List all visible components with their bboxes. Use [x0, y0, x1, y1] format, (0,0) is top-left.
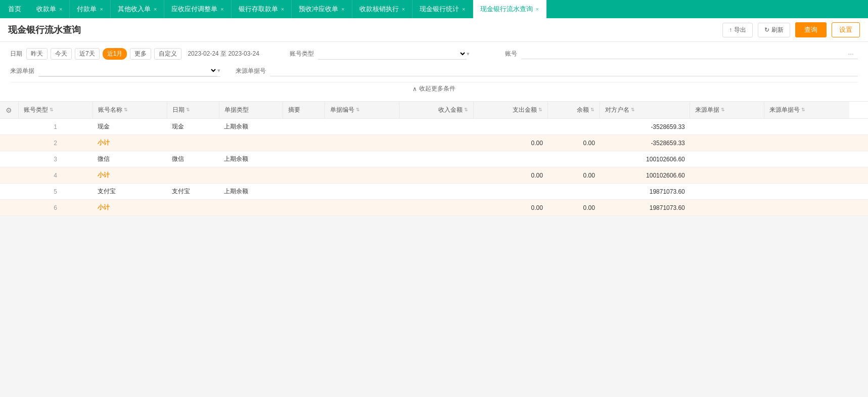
cell-income: 0.00	[474, 167, 548, 184]
nav-tab-tongji[interactable]: 现金银行统计 ×	[413, 0, 473, 18]
cell-summary	[325, 151, 399, 167]
sort-icon[interactable]: ⇅	[590, 108, 595, 112]
th-doc-no: 单据编号 ⇅	[325, 102, 399, 119]
cell-date: 上期余额	[219, 119, 283, 135]
table-row[interactable]: 3微信微信上期余额100102606.60	[0, 151, 868, 167]
sort-icon[interactable]: ⇅	[464, 108, 468, 112]
export-button[interactable]: ↑ 导出	[722, 23, 753, 37]
sort-icon[interactable]: ⇅	[538, 108, 542, 112]
nav-tab-liushui[interactable]: 现金银行流水查询 ×	[473, 0, 546, 18]
table-row[interactable]: 5支付宝支付宝上期余额19871073.60	[0, 184, 868, 200]
cell-source-doc-no	[849, 167, 868, 184]
table-row[interactable]: 6小计0.000.0019871073.60	[0, 200, 868, 216]
nav-tab-hexiao[interactable]: 收款核销执行 ×	[352, 0, 413, 18]
sort-icon[interactable]: ⇅	[631, 108, 635, 112]
nav-tab-shoukuandan[interactable]: 收款单 ×	[29, 0, 70, 18]
date-btn-more[interactable]: 更多	[130, 48, 151, 60]
nav-tab-yinhang[interactable]: 银行存取款单 ×	[232, 0, 292, 18]
filter-row-source: 来源单据 ▾ 来源单据号	[10, 65, 858, 77]
table-header-row: ⚙ 账号类型 ⇅ 账号名称 ⇅ 日期	[0, 102, 868, 119]
query-button[interactable]: 查询	[795, 22, 827, 37]
cell-doc-no	[399, 200, 474, 216]
row-number: 6	[18, 200, 93, 216]
page-title: 现金银行流水查询	[8, 24, 81, 36]
date-btn-7days[interactable]: 近7天	[75, 48, 100, 60]
account-dots[interactable]: ···	[848, 50, 854, 58]
sort-icon[interactable]: ⇅	[801, 108, 805, 112]
nav-home[interactable]: 首页	[0, 0, 29, 18]
header-actions: ↑ 导出 ↻ 刷新 查询 设置	[722, 22, 860, 37]
cell-date	[219, 167, 283, 184]
table-container: ⚙ 账号类型 ⇅ 账号名称 ⇅ 日期	[0, 102, 868, 216]
cell-balance: 100102606.60	[600, 167, 690, 184]
date-btn-1month[interactable]: 近1月	[103, 48, 127, 60]
nav-tab-yushou[interactable]: 预收冲应收单 ×	[292, 0, 352, 18]
filter-row-date: 日期 昨天 今天 近7天 近1月 更多 自定义 2023-02-24 至 202…	[10, 48, 858, 60]
th-balance: 余额 ⇅	[548, 102, 600, 119]
table-row[interactable]: 2小计0.000.00-3528659.33	[0, 135, 868, 151]
date-btn-custom[interactable]: 自定义	[154, 48, 181, 60]
sort-icon[interactable]: ⇅	[124, 108, 128, 112]
refresh-button[interactable]: ↻ 刷新	[758, 23, 790, 37]
row-number: 4	[18, 167, 93, 184]
account-input[interactable]	[521, 49, 848, 59]
close-icon[interactable]: ×	[281, 6, 284, 12]
account-type-label: 账号类型	[290, 50, 314, 58]
th-income: 收入金额 ⇅	[399, 102, 474, 119]
sort-icon[interactable]: ⇅	[356, 108, 360, 112]
sort-icon[interactable]: ⇅	[50, 108, 54, 112]
close-icon[interactable]: ×	[59, 6, 62, 12]
refresh-icon: ↻	[764, 26, 769, 33]
close-icon[interactable]: ×	[154, 6, 157, 12]
cell-date: 上期余额	[219, 151, 283, 167]
close-icon[interactable]: ×	[536, 6, 539, 12]
close-icon[interactable]: ×	[100, 6, 103, 12]
cell-date: 上期余额	[219, 184, 283, 200]
page-header: 现金银行流水查询 ↑ 导出 ↻ 刷新 查询 设置	[0, 18, 868, 42]
account-input-wrap: ···	[521, 49, 858, 59]
cell-source-doc-no	[849, 135, 868, 151]
close-icon[interactable]: ×	[462, 6, 465, 12]
sort-icon[interactable]: ⇅	[186, 108, 190, 112]
date-btn-yesterday[interactable]: 昨天	[26, 48, 48, 60]
cell-gear	[0, 135, 18, 151]
cell-expense: 0.00	[548, 135, 600, 151]
gear-icon[interactable]: ⚙	[6, 106, 12, 114]
source-doc-select[interactable]	[38, 65, 217, 76]
setting-button[interactable]: 设置	[832, 22, 860, 37]
cell-balance: 19871073.60	[600, 184, 690, 200]
cell-account-type: 小计	[93, 200, 167, 216]
table-row[interactable]: 4小计0.000.00100102606.60	[0, 167, 868, 184]
cell-counterpart	[690, 167, 764, 184]
cell-account-name	[167, 200, 219, 216]
th-gear: ⚙	[0, 102, 18, 119]
date-btn-today[interactable]: 今天	[51, 48, 72, 60]
date-label: 日期	[10, 50, 22, 58]
cell-gear	[0, 200, 18, 216]
account-type-select[interactable]: 现金 微信 支付宝	[318, 48, 467, 60]
date-range-display: 2023-02-24 至 2023-03-24	[188, 50, 259, 58]
cell-account-type: 小计	[93, 167, 167, 184]
cell-doc-type	[283, 151, 325, 167]
close-icon[interactable]: ×	[220, 6, 223, 12]
close-icon[interactable]: ×	[341, 6, 344, 12]
cell-summary	[325, 119, 399, 135]
cell-counterpart	[690, 184, 764, 200]
close-icon[interactable]: ×	[402, 6, 405, 12]
nav-tab-fukuandan[interactable]: 付款单 ×	[70, 0, 110, 18]
cell-balance: -3528659.33	[600, 135, 690, 151]
sort-icon[interactable]: ⇅	[721, 108, 725, 112]
cell-source-doc	[764, 119, 849, 135]
table-row[interactable]: 1现金现金上期余额-3528659.33	[0, 119, 868, 135]
cell-doc-no	[399, 184, 474, 200]
source-doc-no-input[interactable]	[270, 66, 472, 76]
nav-tab-qitashouru[interactable]: 其他收入单 ×	[111, 0, 164, 18]
cell-account-type: 小计	[93, 135, 167, 151]
cell-expense	[548, 151, 600, 167]
cell-income	[474, 151, 548, 167]
cell-source-doc	[764, 151, 849, 167]
cell-counterpart	[690, 135, 764, 151]
collapse-bar[interactable]: ∧ 收起更多条件	[10, 82, 858, 95]
nav-tab-tiaozheng[interactable]: 应收应付调整单 ×	[164, 0, 231, 18]
cell-source-doc-no	[849, 184, 868, 200]
